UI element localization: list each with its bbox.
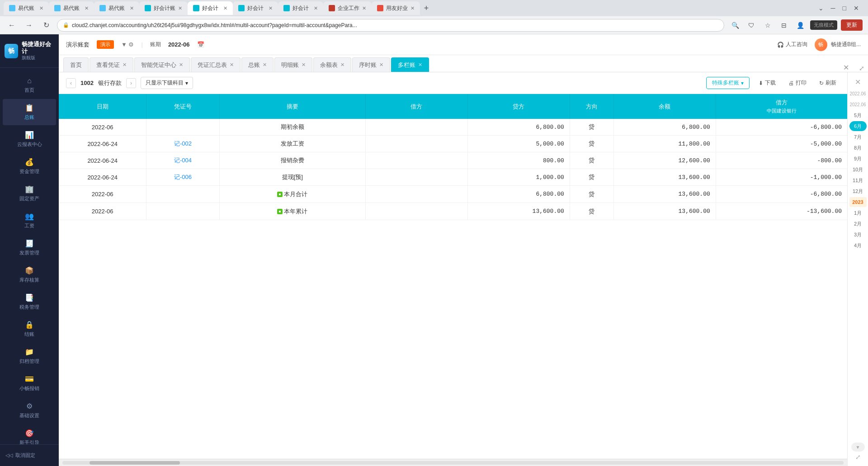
- tab-voucher-summary[interactable]: 凭证汇总表 ✕: [191, 57, 241, 72]
- voucher-link[interactable]: 记-004: [174, 157, 192, 164]
- month-list-item[interactable]: 4月: [849, 240, 867, 250]
- tab-detail-ledger[interactable]: 明细账 ✕: [274, 57, 312, 72]
- print-button[interactable]: 🖨 打印: [785, 77, 810, 89]
- close-tab-balance-sheet[interactable]: ✕: [340, 62, 344, 68]
- expand-panel-button[interactable]: ⤢: [854, 452, 863, 462]
- scrollbar-track[interactable]: [62, 461, 844, 465]
- tab-view-voucher[interactable]: 查看凭证 ✕: [90, 57, 133, 72]
- refresh-data-button[interactable]: ↻ 刷新: [816, 77, 840, 89]
- tab-close-8[interactable]: ✕: [362, 5, 366, 11]
- download-button[interactable]: ⬇ 下载: [755, 77, 779, 89]
- sidebar-item-payroll[interactable]: 👥 工资: [3, 207, 56, 234]
- no-trace-button[interactable]: 无痕模式: [810, 20, 837, 30]
- browser-tab-5[interactable]: 好会计 ✕: [188, 1, 233, 15]
- tab-close-6[interactable]: ✕: [269, 5, 273, 11]
- tab-journal[interactable]: 序时账 ✕: [352, 57, 390, 72]
- sidebar-item-home[interactable]: ⌂ 首页: [3, 72, 56, 98]
- calendar-icon[interactable]: 📅: [197, 41, 204, 48]
- update-button[interactable]: 更新: [841, 19, 863, 31]
- close-tab-voucher-summary[interactable]: ✕: [230, 62, 234, 68]
- tab-close-7[interactable]: ✕: [314, 5, 318, 11]
- address-bar[interactable]: 🔒 cloud2.chanjet.com/accounting/uh26t264…: [57, 19, 724, 32]
- tab-close-3[interactable]: ✕: [130, 5, 134, 11]
- profile-icon[interactable]: 👤: [794, 19, 807, 32]
- month-list-item[interactable]: 3月: [849, 230, 867, 240]
- star-icon[interactable]: ☆: [761, 19, 774, 32]
- browser-tab-3[interactable]: 易代账 ✕: [94, 1, 139, 15]
- close-tab-journal[interactable]: ✕: [379, 62, 383, 68]
- multi-column-button[interactable]: 特殊多栏账 ▾: [706, 77, 750, 89]
- demo-badge[interactable]: 演示: [97, 40, 114, 49]
- unpin-button[interactable]: ◁◁ 取消固定: [3, 449, 56, 461]
- close-tab-multi-column[interactable]: ✕: [418, 62, 422, 68]
- expand-tabs-button[interactable]: ⤢: [855, 65, 868, 72]
- month-list-item[interactable]: 2023: [849, 197, 867, 207]
- month-list-item[interactable]: 12月: [849, 186, 867, 196]
- close-tab-view-voucher[interactable]: ✕: [123, 62, 127, 68]
- tab-close-2[interactable]: ✕: [85, 5, 89, 11]
- account-settings-icon[interactable]: ▼ ⚙: [121, 41, 134, 48]
- back-button[interactable]: ←: [5, 19, 18, 32]
- tab-close-9[interactable]: ✕: [410, 5, 415, 11]
- tab-multi-column[interactable]: 多栏账 ✕: [391, 57, 429, 72]
- tab-balance-sheet[interactable]: 余额表 ✕: [313, 57, 351, 72]
- sidebar-item-archive[interactable]: 📁 归档管理: [3, 343, 56, 369]
- browser-tab-2[interactable]: 易代账 ✕: [49, 1, 94, 15]
- month-list-item[interactable]: 11月: [849, 175, 867, 185]
- consult-button[interactable]: 🎧 人工咨询: [777, 41, 807, 48]
- sidebar-item-ledger[interactable]: 📋 总账: [3, 99, 56, 125]
- browser-tab-1[interactable]: 易代账 ✕: [4, 1, 49, 15]
- cell-voucher[interactable]: 记-002: [146, 136, 219, 152]
- new-tab-button[interactable]: +: [420, 2, 433, 14]
- sidebar-item-reports[interactable]: 📊 云报表中心: [3, 126, 56, 152]
- horizontal-scrollbar[interactable]: [59, 459, 847, 466]
- month-list-item[interactable]: 6月: [849, 121, 867, 131]
- minimize-button[interactable]: ─: [831, 5, 835, 12]
- tab-close-1[interactable]: ✕: [39, 5, 43, 11]
- browser-tab-9[interactable]: 用友好业 ✕: [372, 1, 420, 15]
- sidebar-item-guide[interactable]: 🎯 新手引导: [3, 424, 56, 444]
- close-panel-button[interactable]: ✕: [853, 76, 863, 88]
- browser-tab-8[interactable]: 企业工作 ✕: [323, 1, 372, 15]
- tab-close-4[interactable]: ✕: [178, 5, 182, 11]
- next-account-button[interactable]: ›: [126, 78, 136, 88]
- scrollbar-thumb[interactable]: [90, 461, 180, 465]
- cell-voucher[interactable]: 记-004: [146, 152, 219, 169]
- shield-icon[interactable]: 🛡: [745, 19, 758, 32]
- month-list-item[interactable]: 1月: [849, 208, 867, 218]
- browser-tab-6[interactable]: 好会计 ✕: [233, 1, 278, 15]
- cell-voucher[interactable]: 记-006: [146, 169, 219, 186]
- voucher-link[interactable]: 记-006: [174, 174, 192, 180]
- tab-close-5[interactable]: ✕: [223, 5, 227, 11]
- browser-tab-4[interactable]: 好会计账 ✕: [139, 1, 188, 15]
- sidebar-item-invoice[interactable]: 🧾 发票管理: [3, 235, 56, 261]
- sidebar-item-close[interactable]: 🔒 结账: [3, 316, 56, 342]
- month-list-item[interactable]: 2月: [849, 219, 867, 229]
- collapse-tabs-button[interactable]: ✕: [838, 63, 854, 72]
- tab-home[interactable]: 首页: [63, 57, 89, 72]
- filter-dropdown[interactable]: 只显示下级科目 ▾: [141, 77, 193, 89]
- browser-tab-7[interactable]: 好会计 ✕: [278, 1, 323, 15]
- sidebar-item-tax[interactable]: 📑 税务管理: [3, 289, 56, 315]
- month-list-item[interactable]: 5月: [849, 110, 867, 120]
- close-tab-smart-voucher[interactable]: ✕: [179, 62, 183, 68]
- sidebar-item-settings[interactable]: ⚙ 基础设置: [3, 397, 56, 424]
- month-list-item[interactable]: 7月: [849, 132, 867, 142]
- sidebar-item-inventory[interactable]: 📦 库存核算: [3, 262, 56, 288]
- sidebar-item-assets[interactable]: 🏢 固定资产: [3, 180, 56, 207]
- split-view-icon[interactable]: ⊟: [778, 19, 790, 32]
- forward-button[interactable]: →: [23, 19, 35, 32]
- tab-list-dropdown[interactable]: ⌄: [818, 5, 824, 12]
- zoom-icon[interactable]: 🔍: [729, 19, 741, 32]
- refresh-button[interactable]: ↻: [40, 19, 52, 32]
- month-list-item[interactable]: 8月: [849, 143, 867, 153]
- close-tab-detail-ledger[interactable]: ✕: [302, 62, 306, 68]
- maximize-button[interactable]: □: [843, 5, 846, 12]
- prev-account-button[interactable]: ‹: [66, 78, 76, 88]
- scroll-down-button[interactable]: ▼: [851, 442, 865, 452]
- sidebar-item-expense[interactable]: 💳 小畅报销: [3, 370, 56, 396]
- sidebar-item-funds[interactable]: 💰 资金管理: [3, 153, 56, 179]
- tab-general-ledger[interactable]: 总账 ✕: [241, 57, 274, 72]
- month-list-item[interactable]: 10月: [849, 165, 867, 174]
- close-tab-general-ledger[interactable]: ✕: [263, 62, 267, 68]
